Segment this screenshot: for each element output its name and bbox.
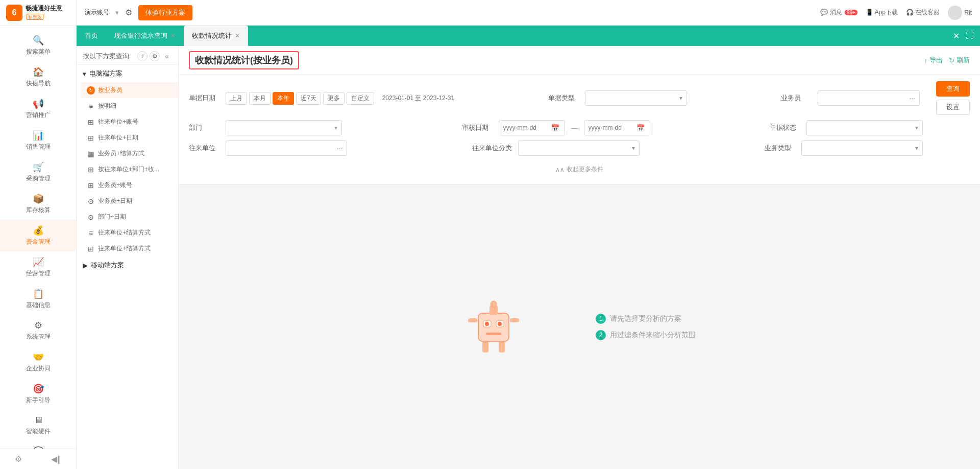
page-panel: 收款情况统计(按业务员) ↑ 导出 ↻ 刷新 单据日期 — [179, 46, 980, 469]
collapse-icon: ∧∧ — [555, 166, 565, 173]
counterpart-type-label: 往来单位分类 — [472, 144, 512, 153]
user-avatar[interactable]: Rit — [948, 6, 972, 20]
sidebar-item-system[interactable]: ⚙ 系统管理 — [0, 315, 76, 346]
scheme-item-counterpart-date[interactable]: ⊞ 往来单位+日期 — [81, 130, 178, 146]
finance-icon: 💰 — [33, 225, 44, 236]
tab-home[interactable]: 首页 — [77, 26, 106, 46]
scheme-item-counterpart-settlement1[interactable]: ≡ 往来单位+结算方式 — [81, 225, 178, 241]
counterpart-type-select[interactable]: ▾ — [518, 140, 640, 156]
manage-scheme-btn[interactable]: ⚙ — [150, 51, 160, 61]
marketing-icon: 📢 — [33, 98, 44, 109]
counterpart-select[interactable]: ··· — [226, 140, 347, 156]
content-area: 按以下方案查询 + ⚙ « ▾ 电脑端方案 ↻ — [77, 46, 980, 469]
dept-select[interactable]: ▾ — [226, 120, 342, 135]
table3-icon: ⊞ — [87, 166, 95, 174]
tab-bank[interactable]: 现金银行流水查询 ✕ — [106, 26, 184, 46]
scheme-item-dept-date[interactable]: ⊙ 部门+日期 — [81, 209, 178, 225]
date-btn-more[interactable]: 更多 — [323, 92, 345, 105]
review-date-start-input[interactable] — [503, 124, 549, 131]
refresh-icon: ↻ — [949, 57, 954, 64]
doc-status-label: 单据状态 — [770, 123, 800, 132]
doc-type-label: 单据类型 — [548, 93, 579, 103]
sidebar-item-basic[interactable]: 📋 基础信息 — [0, 283, 76, 315]
scheme-group-desktop-header[interactable]: ▾ 电脑端方案 — [77, 65, 178, 82]
collapse-more-row[interactable]: ∧∧ 收起更多条件 — [189, 161, 970, 178]
date-dash: — — [571, 124, 578, 132]
sidebar-item-nav[interactable]: 🏠 快捷导航 — [0, 61, 76, 93]
svg-rect-10 — [482, 341, 488, 353]
date-btn-custom[interactable]: 自定义 — [347, 92, 374, 105]
svg-point-7 — [491, 301, 497, 307]
online-service-btn[interactable]: 🎧 在线客服 — [906, 8, 940, 17]
sidebar-item-inventory[interactable]: 📦 库存核算 — [0, 188, 76, 220]
sidebar-bottom: ⚙ ◀‖ — [0, 449, 76, 469]
topbar-username: 演示账号 — [85, 8, 109, 17]
sidebar-label-marketing: 营销推广 — [26, 111, 51, 120]
sidebar-settings-btn[interactable]: ⚙ — [15, 454, 22, 464]
scheme-item-salesperson-date[interactable]: ⊙ 业务员+日期 — [81, 193, 178, 209]
calendar-start-icon: 📅 — [551, 124, 559, 132]
guide-icon: 🎯 — [33, 383, 44, 394]
scheme-item-counterpart-account[interactable]: ⊞ 往来单位+账号 — [81, 114, 178, 130]
result-empty-area: 1 请先选择要分析的方案 2 用过滤条件来缩小分析范围 — [179, 184, 980, 469]
tab-bank-close[interactable]: ✕ — [170, 32, 176, 39]
date-btn-this-year[interactable]: 本年 — [273, 92, 294, 105]
tabbar-expand-btn[interactable]: ⛶ — [966, 31, 974, 40]
sidebar-item-search[interactable]: 🔍 搜索菜单 — [0, 30, 76, 61]
list2-icon: ≡ — [87, 229, 95, 237]
add-scheme-btn[interactable]: + — [137, 51, 148, 61]
sidebar-item-sales[interactable]: 📊 销售管理 — [0, 125, 76, 156]
salesperson-select[interactable]: ··· — [818, 90, 920, 106]
refresh-btn[interactable]: ↻ 刷新 — [949, 56, 970, 65]
review-date-label: 审核日期 — [462, 123, 493, 132]
biz-type-select[interactable]: ▾ — [801, 140, 923, 156]
sidebar-item-hardware[interactable]: 🖥 智能硬件 — [0, 410, 76, 441]
tab-receipt-close[interactable]: ✕ — [235, 32, 240, 39]
date-btn-last-7days[interactable]: 近7天 — [296, 92, 321, 105]
doc-status-select[interactable]: ▾ — [806, 120, 923, 135]
message-badge: 99+ — [845, 10, 857, 15]
sidebar-label-hardware: 智能硬件 — [26, 427, 51, 436]
trial-industry-btn[interactable]: 体验行业方案 — [138, 5, 192, 20]
sidebar-item-marketing[interactable]: 📢 营销推广 — [0, 93, 76, 125]
tabbar-close-all-btn[interactable]: ✕ — [953, 31, 960, 41]
date-btn-last-month[interactable]: 上月 — [226, 92, 247, 105]
sidebar-item-guide[interactable]: 🎯 新手引导 — [0, 378, 76, 410]
scheme-item-by-salesperson[interactable]: ↻ 按业务员 — [81, 82, 178, 98]
tab-receipt[interactable]: 收款情况统计 ✕ — [184, 26, 248, 46]
sidebar-collapse-btn[interactable]: ◀‖ — [51, 454, 61, 464]
sidebar-item-operation[interactable]: 📈 经营管理 — [0, 251, 76, 283]
query-btn[interactable]: 查询 — [936, 81, 970, 97]
review-date-start[interactable]: 📅 — [499, 120, 565, 135]
main-area: 演示账号 ▾ ⚙ 体验行业方案 💬 消息 99+ 📱 App下载 🎧 在线客服 … — [77, 0, 980, 469]
review-date-end-input[interactable] — [589, 124, 634, 131]
scheme-item-counterpart-dept[interactable]: ⊞ 按往来单位+部门+收... — [81, 161, 178, 177]
salesperson-more-btn[interactable]: ··· — [909, 94, 915, 102]
doc-type-select[interactable]: ▾ — [585, 90, 687, 106]
topbar-gear-icon[interactable]: ⚙ — [125, 8, 132, 17]
app-download-btn[interactable]: 📱 App下载 — [866, 8, 898, 17]
collapse-scheme-panel-btn[interactable]: « — [162, 51, 172, 61]
topbar-dropdown-arrow[interactable]: ▾ — [115, 9, 119, 16]
filter-row-1: 单据日期 上月 本月 本年 近7天 更多 自定义 2023-01-01 至 20… — [189, 81, 970, 115]
bar-icon: ▦ — [87, 150, 95, 158]
message-btn[interactable]: 💬 消息 99+ — [820, 8, 857, 17]
sidebar-item-wechat[interactable]: 💬 企业微信 — [0, 441, 76, 449]
scheme-item-salesperson-settlement[interactable]: ▦ 业务员+结算方式 — [81, 146, 178, 161]
sidebar-item-company[interactable]: 🤝 企业协同 — [0, 346, 76, 378]
operation-icon: 📈 — [33, 256, 44, 268]
logo-name: 畅捷通好生意 — [26, 5, 62, 13]
filter-setting-btn[interactable]: 设置 — [936, 100, 970, 115]
scheme-item-by-detail[interactable]: ≡ 按明细 — [81, 98, 178, 114]
sidebar-item-finance[interactable]: 💰 资金管理 — [0, 220, 76, 251]
review-date-end[interactable]: 📅 — [584, 120, 650, 135]
scheme-item-counterpart-settlement2[interactable]: ⊞ 往来单位+结算方式 — [81, 241, 178, 256]
export-btn[interactable]: ↑ 导出 — [924, 56, 943, 65]
sidebar: 6 畅捷通好生意 标准版 🔍 搜索菜单 🏠 快捷导航 📢 营销推广 📊 销售管理… — [0, 0, 77, 469]
date-btn-this-month[interactable]: 本月 — [249, 92, 271, 105]
sidebar-item-purchase[interactable]: 🛒 采购管理 — [0, 156, 76, 188]
table2-icon: ⊞ — [87, 134, 95, 142]
scheme-group-mobile-header[interactable]: ▶ 移动端方案 — [77, 256, 178, 274]
counterpart-more-btn[interactable]: ··· — [337, 144, 343, 152]
scheme-item-salesperson-account[interactable]: ⊞ 业务员+账号 — [81, 177, 178, 193]
